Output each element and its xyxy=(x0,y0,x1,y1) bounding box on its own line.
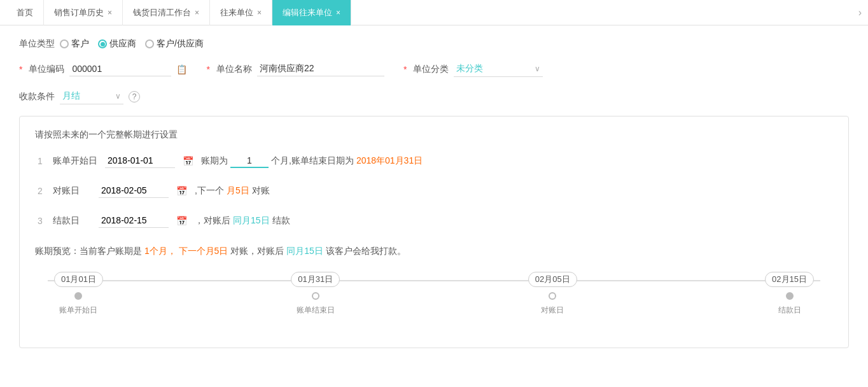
date-input-1[interactable] xyxy=(105,153,175,168)
row-label-3: 结款日 xyxy=(53,215,91,227)
timeline-badge-1: 01月01日 xyxy=(54,272,103,287)
unit-type-label: 单位类型 xyxy=(19,38,55,50)
tab-sales-history[interactable]: 销售订单历史 × xyxy=(44,0,123,25)
row-desc-2: ,下一个 月5日 对账 xyxy=(195,185,270,197)
timeline-badge-3: 02月05日 xyxy=(528,272,577,287)
timeline-point-1: 01月01日 账单开始日 xyxy=(54,272,103,316)
timeline-label-4: 结款日 xyxy=(778,305,801,316)
row-num-3: 3 xyxy=(35,216,45,226)
payment-condition-select[interactable]: 月结 ∨ xyxy=(60,88,123,104)
required-star-name: * xyxy=(206,64,209,74)
desc-prefix-3: ，对账后 xyxy=(195,215,230,227)
desc-prefix-2: ,下一个 xyxy=(195,185,224,197)
highlight-date-3: 同月15日 xyxy=(233,215,270,227)
preview-suffix: 该客户会给我打款。 xyxy=(326,246,406,256)
tab-cash-work-label: 钱货日清工作台 xyxy=(133,7,191,18)
unit-name-group: * 单位名称 xyxy=(206,62,384,76)
radio-group-unit-type: 客户 供应商 客户/供应商 xyxy=(60,38,204,50)
close-icon[interactable]: × xyxy=(257,8,262,17)
tab-partner[interactable]: 往来单位 × xyxy=(210,0,272,25)
close-icon[interactable]: × xyxy=(195,8,199,17)
payment-condition-value: 月结 xyxy=(62,90,113,102)
highlight-date-1: 2018年01月31日 xyxy=(356,155,423,167)
timeline-label-3: 对账日 xyxy=(541,305,564,316)
desc-prefix-1: 账期为 xyxy=(201,155,228,167)
date-input-2[interactable] xyxy=(99,183,169,198)
calendar-icon-1[interactable]: 📅 xyxy=(183,156,193,166)
unit-name-input[interactable] xyxy=(257,62,384,76)
unit-name-label: 单位名称 xyxy=(216,64,252,75)
tab-home[interactable]: 首页 xyxy=(6,0,44,25)
calendar-icon-3[interactable]: 📅 xyxy=(176,216,187,226)
period-input[interactable] xyxy=(230,154,269,168)
timeline-dot-1 xyxy=(74,292,82,300)
row-num-1: 1 xyxy=(35,156,45,166)
tabs-more-icon[interactable]: › xyxy=(858,7,862,18)
row-desc-3: ，对账后 同月15日 结款 xyxy=(195,215,290,227)
unit-detail-row: * 单位编码 📋 * 单位名称 * 单位分类 未分类 ∨ xyxy=(19,61,849,77)
preview-part2: 下一个月5日 xyxy=(179,246,228,256)
radio-customer[interactable]: 客户 xyxy=(60,38,89,50)
desc-suffix-1: 个月,账单结束日期为 xyxy=(271,155,354,167)
unit-type-row: 单位类型 客户 供应商 客户/供应商 xyxy=(19,38,849,50)
help-icon[interactable]: ? xyxy=(129,91,140,102)
radio-circle-supplier xyxy=(98,39,107,48)
copy-icon[interactable]: 📋 xyxy=(176,64,187,74)
timeline: 01月01日 账单开始日 01月31日 账单结束日 02月05日 对账日 02月… xyxy=(35,272,833,335)
radio-supplier-label: 供应商 xyxy=(109,38,136,50)
desc-suffix-3: 结款 xyxy=(272,215,290,227)
unit-code-label: 单位编码 xyxy=(29,64,64,75)
date-row-3: 3 结款日 📅 ，对账后 同月15日 结款 xyxy=(35,213,833,228)
unit-category-select[interactable]: 未分类 ∨ xyxy=(454,61,543,77)
close-icon[interactable]: × xyxy=(108,8,112,17)
tab-partner-label: 往来单位 xyxy=(220,7,253,18)
tab-cash-work[interactable]: 钱货日清工作台 × xyxy=(123,0,210,25)
radio-supplier[interactable]: 供应商 xyxy=(98,38,136,50)
main-content: 单位类型 客户 供应商 客户/供应商 xyxy=(0,25,868,387)
tab-edit-partner[interactable]: 编辑往来单位 × xyxy=(272,0,351,25)
payment-condition-row: 收款条件 月结 ∨ ? xyxy=(19,88,849,104)
radio-both[interactable]: 客户/供应商 xyxy=(145,38,204,50)
radio-customer-label: 客户 xyxy=(71,38,89,50)
payment-condition-group: 收款条件 月结 ∨ ? xyxy=(19,88,140,104)
radio-circle-both xyxy=(145,39,154,48)
radio-both-label: 客户/供应商 xyxy=(157,38,204,50)
required-star-code: * xyxy=(19,64,22,74)
calendar-icon-2[interactable]: 📅 xyxy=(176,186,187,196)
timeline-dot-4 xyxy=(786,292,794,300)
unit-type-group: 单位类型 客户 供应商 客户/供应商 xyxy=(19,38,204,50)
payment-condition-label: 收款条件 xyxy=(19,91,55,102)
row-label-2: 对账日 xyxy=(53,185,91,197)
highlight-date-2: 月5日 xyxy=(227,185,249,197)
required-star-category: * xyxy=(403,64,407,74)
timeline-badge-2: 01月31日 xyxy=(291,272,340,287)
radio-circle-customer xyxy=(60,39,69,48)
unit-code-group: * 单位编码 📋 xyxy=(19,62,187,76)
preview-middle: 对账，对账后 xyxy=(230,246,284,256)
date-row-2: 2 对账日 📅 ,下一个 月5日 对账 xyxy=(35,183,833,198)
row-label-1: 账单开始日 xyxy=(53,155,97,167)
radio-dot-supplier xyxy=(101,42,105,46)
unit-category-label: 单位分类 xyxy=(413,64,449,75)
date-input-3[interactable] xyxy=(99,213,169,228)
tab-edit-partner-label: 编辑往来单位 xyxy=(283,7,332,18)
timeline-label-2: 账单结束日 xyxy=(297,305,335,316)
row-num-2: 2 xyxy=(35,186,45,196)
timeline-point-3: 02月05日 对账日 xyxy=(528,272,577,316)
desc-suffix-2: 对账 xyxy=(252,185,270,197)
settings-title: 请按照未来的一个完整帐期进行设置 xyxy=(35,129,833,141)
timeline-label-1: 账单开始日 xyxy=(59,305,97,316)
timeline-dot-3 xyxy=(549,292,556,300)
timeline-points: 01月01日 账单开始日 01月31日 账单结束日 02月05日 对账日 02月… xyxy=(54,272,814,316)
unit-code-input[interactable] xyxy=(69,62,171,76)
tabs-bar: 首页 销售订单历史 × 钱货日清工作台 × 往来单位 × 编辑往来单位 × › xyxy=(0,0,868,25)
date-row-1: 1 账单开始日 📅 账期为 个月,账单结束日期为 2018年01月31日 xyxy=(35,153,833,168)
timeline-badge-4: 02月15日 xyxy=(765,272,814,287)
close-icon[interactable]: × xyxy=(336,8,340,17)
timeline-dot-2 xyxy=(312,292,319,300)
chevron-down-icon: ∨ xyxy=(115,92,121,101)
preview-text: 账期预览：当前客户账期是 1个月， 下一个月5日 对账，对账后 同月15日 该客… xyxy=(35,243,833,259)
row-desc-1: 账期为 个月,账单结束日期为 2018年01月31日 xyxy=(201,154,423,168)
timeline-point-2: 01月31日 账单结束日 xyxy=(291,272,340,316)
timeline-point-4: 02月15日 结款日 xyxy=(765,272,814,316)
